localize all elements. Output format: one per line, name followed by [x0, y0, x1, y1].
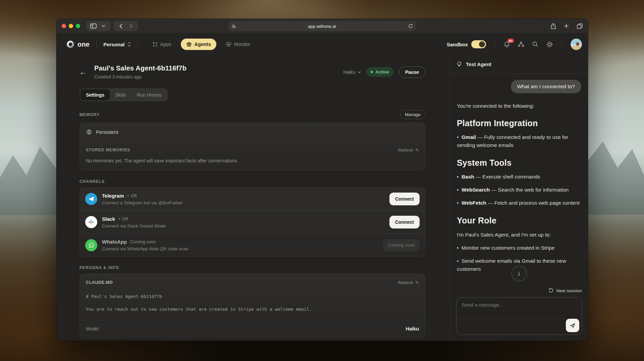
nav-agents[interactable]: Agents — [181, 39, 216, 50]
brand[interactable]: one — [66, 40, 90, 48]
reload-icon[interactable] — [408, 24, 413, 29]
new-session-button[interactable]: New session — [456, 288, 582, 293]
memory-card: Persistent STORED MEMORIES Refresh ✎ No … — [79, 122, 425, 170]
integrations-nodes-icon[interactable] — [518, 41, 524, 47]
share-icon[interactable] — [551, 23, 556, 29]
channel-name: WhatsApp — [102, 239, 127, 245]
restart-icon — [548, 288, 553, 293]
reader-icon[interactable] — [232, 24, 236, 29]
channel-name: Telegram — [102, 193, 124, 199]
back-arrow-button[interactable]: ← — [79, 68, 88, 76]
refresh-label: Refresh — [398, 280, 414, 285]
claude-md-line: You are to reach out to new customers th… — [86, 306, 419, 313]
sandbox-label: Sandbox — [447, 42, 468, 47]
status-label: Active — [375, 69, 389, 74]
refresh-persona-button[interactable]: Refresh ✎ — [398, 280, 419, 285]
slack-icon — [85, 216, 97, 228]
minimize-window-button[interactable] — [69, 24, 73, 28]
chat-bullet: • WebFetch — Fetch and process web page … — [457, 199, 581, 207]
model-row-value[interactable]: Haiku — [406, 326, 419, 331]
bullet-glyph: • — [457, 174, 459, 179]
back-icon[interactable] — [116, 21, 126, 31]
mountain-ridge-right — [585, 121, 644, 215]
apps-grid-icon — [153, 42, 158, 47]
claude-md-label: CLAUDE.MD — [86, 280, 113, 285]
chevron-down-icon — [358, 71, 361, 73]
refresh-memories-button[interactable]: Refresh ✎ — [398, 148, 419, 153]
page-subtitle: Created 3 minutes ago — [94, 74, 186, 80]
agents-flower-icon — [186, 42, 192, 47]
bullet-glyph: • — [457, 245, 459, 251]
header-divider — [561, 40, 562, 49]
nav-agents-label: Agents — [195, 42, 211, 47]
bullet-glyph: • — [457, 258, 459, 264]
header-divider — [495, 40, 495, 49]
channel-row-slack: Slack • Off Connect via Slack Socket Mod… — [80, 211, 425, 234]
pause-button[interactable]: Pause — [399, 66, 425, 78]
bullet-text: — Search the web for information — [490, 187, 569, 193]
workspace-selector[interactable]: Personal — [103, 42, 130, 47]
tab-skills[interactable]: Skills — [110, 89, 131, 100]
sidebar-chevron-down-icon[interactable] — [98, 21, 108, 31]
close-window-button[interactable] — [62, 24, 66, 28]
nav-monitor[interactable]: Monitor — [226, 42, 250, 47]
channel-description: Connect via WhatsApp Web QR code scan — [102, 246, 378, 251]
new-tab-icon[interactable] — [564, 23, 569, 29]
message-composer — [456, 297, 582, 335]
status-badge: Active — [366, 67, 393, 77]
settings-gear-icon[interactable] — [546, 41, 553, 48]
channel-status: Coming soon — [130, 239, 156, 244]
refresh-label: Refresh — [398, 148, 414, 153]
claude-md-content: # Paul's Sales Agent-6b116f7b You are to… — [80, 291, 425, 320]
pencil-icon: ✎ — [415, 148, 419, 153]
user-avatar[interactable] — [571, 39, 582, 50]
page-title: Paul's Sales Agent-6b116f7b — [94, 64, 186, 72]
chat-bullet: • Monitor new customers created in Strip… — [457, 244, 581, 252]
status-dot: • — [127, 193, 129, 198]
bullet-text: Send welcome emails via Gmail to these n… — [457, 258, 566, 272]
search-icon[interactable] — [532, 41, 538, 47]
nav-apps[interactable]: Apps — [153, 42, 171, 47]
tab-overview-icon[interactable] — [577, 23, 583, 29]
send-button[interactable] — [566, 319, 579, 332]
notification-count-badge: 9+ — [507, 39, 514, 43]
channel-row-whatsapp: WhatsApp Coming soon Connect via WhatsAp… — [80, 234, 425, 256]
channels-card: Telegram • Off Connect a Telegram bot vi… — [79, 187, 425, 257]
chat-transcript: What am I connected to? You're connected… — [450, 74, 588, 285]
address-bar[interactable]: app.withone.ai — [228, 21, 416, 31]
stored-memories-label: STORED MEMORIES — [86, 148, 130, 152]
manage-memory-button[interactable]: Manage — [400, 110, 425, 119]
claude-md-line: # Paul's Sales Agent-6b116f7b — [86, 293, 419, 300]
message-input[interactable] — [457, 298, 582, 318]
notifications-bell-icon[interactable]: 9+ — [504, 41, 510, 48]
sandbox-toggle-group: Sandbox — [447, 40, 486, 48]
sandbox-toggle[interactable] — [471, 40, 486, 48]
browser-titlebar: app.withone.ai — [56, 19, 588, 34]
chat-footer: New session — [450, 285, 588, 341]
memory-empty-text: No memories yet. The agent will save imp… — [80, 155, 425, 170]
model-row-label: Model — [86, 326, 99, 331]
channels-section-label: CHANNELS — [79, 179, 105, 184]
tab-run-history[interactable]: Run History — [131, 89, 167, 100]
user-message-bubble: What am I connected to? — [511, 80, 581, 93]
chevron-updown-icon — [127, 42, 131, 47]
chat-bullet: • WebSearch — Search the web for informa… — [457, 186, 581, 194]
forward-icon[interactable] — [126, 21, 136, 31]
sidebar-toggle-icon[interactable] — [88, 21, 98, 31]
connect-telegram-button[interactable]: Connect — [389, 193, 420, 205]
one-logo-icon — [66, 40, 74, 48]
model-dropdown-value: Haiku — [343, 69, 355, 75]
zoom-window-button[interactable] — [76, 24, 80, 28]
header-divider — [138, 40, 138, 49]
model-dropdown[interactable]: Haiku — [343, 69, 361, 75]
tab-settings[interactable]: Settings — [80, 89, 110, 100]
connect-slack-button[interactable]: Connect — [389, 216, 420, 228]
workspace-name: Personal — [103, 42, 124, 47]
chat-bubble-icon — [457, 61, 463, 67]
channel-name: Slack — [102, 216, 115, 222]
chat-heading: Platform Integration — [457, 118, 581, 128]
telegram-icon — [85, 193, 97, 205]
bullet-term: Gmail — [462, 134, 476, 140]
scroll-to-bottom-button[interactable]: ↓ — [512, 266, 527, 281]
assistant-text: I'm Paul's Sales Agent, and I'm set up t… — [457, 231, 581, 239]
